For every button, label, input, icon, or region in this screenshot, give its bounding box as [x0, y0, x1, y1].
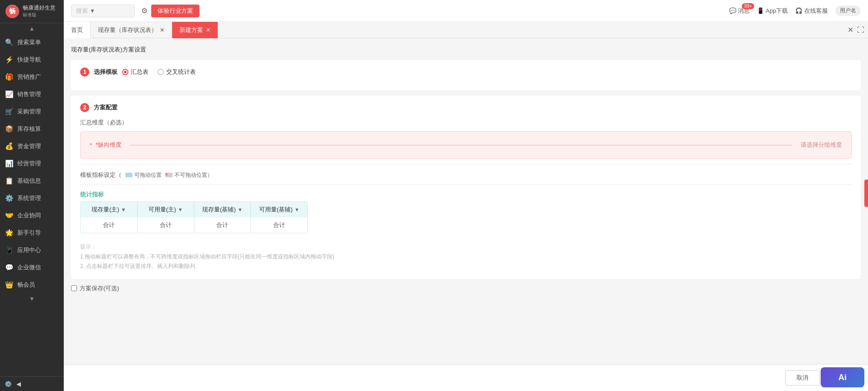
wechat-icon: 💬 — [5, 263, 14, 272]
sidebar-item-label: 快捷导航 — [17, 56, 41, 64]
sidebar-item-label: 营销推广 — [17, 73, 41, 81]
marketing-icon: 🎁 — [5, 72, 14, 82]
col-header-0[interactable]: 现存量(主) ▼ — [81, 202, 138, 217]
section1-num: 1 — [80, 67, 89, 77]
tips-section: 提示： 1.拖动标题栏可以调整布局，不可跨维度或指标区域拖动栏目字段(只能在同一… — [80, 242, 852, 272]
divider1 — [80, 164, 852, 165]
tab-expand-icon[interactable]: ⛶ — [857, 26, 864, 34]
sidebar-scroll-up[interactable]: ▲ — [0, 23, 64, 34]
dim-required-label: *纵向维度 — [96, 141, 122, 149]
section2-header: 2 方案配置 — [80, 103, 852, 112]
sidebar-item-marketing[interactable]: 🎁 营销推广 — [0, 68, 64, 86]
industry-btn[interactable]: 体验行业方案 — [151, 5, 199, 17]
drag-indicator-box — [125, 173, 133, 177]
radio-summary[interactable]: 汇总表 — [122, 68, 148, 76]
dim-line — [130, 145, 792, 145]
cancel-button[interactable]: 取消 — [785, 370, 820, 386]
no-drag-indicator-box — [165, 173, 173, 177]
sidebar-item-wechat[interactable]: 💬 企业微信 — [0, 259, 64, 276]
page-title: 现存量(库存状况表)方案设置 — [71, 46, 861, 54]
sidebar-scroll-down[interactable]: ▼ — [0, 293, 64, 304]
logo-icon: 畅 — [5, 5, 19, 18]
sidebar-item-newuser[interactable]: 🌟 新手引导 — [0, 224, 64, 242]
app-name: 畅康通好生意 — [23, 5, 56, 12]
sidebar-item-label: 资金管理 — [17, 142, 41, 150]
sidebar-item-member[interactable]: 👑 畅会员 — [0, 276, 64, 293]
quicknav-icon: ⚡ — [5, 55, 14, 64]
headset-icon: 🎧 — [795, 7, 802, 14]
topbar-right: 💬 消息 99+ 📱 App下载 🎧 在线客服 用户名 — [729, 5, 861, 16]
apps-icon: 📱 — [5, 246, 14, 255]
collab-icon: 🤝 — [5, 211, 14, 220]
message-btn[interactable]: 💬 消息 99+ — [729, 7, 750, 15]
topbar-search[interactable]: 搜索 ▼ — [71, 5, 135, 17]
newuser-icon: 🌟 — [5, 228, 14, 237]
sidebar-item-sales[interactable]: 📈 销售管理 — [0, 86, 64, 103]
dim-required-area[interactable]: * *纵向维度 请选择分组维度 — [80, 131, 852, 159]
sidebar-item-basic-info[interactable]: 📋 基础信息 — [0, 172, 64, 190]
sidebar-item-inventory[interactable]: 📦 库存核算 — [0, 120, 64, 138]
sidebar-item-purchase[interactable]: 🛒 采购管理 — [0, 103, 64, 120]
sidebar-item-label: 畅会员 — [17, 281, 35, 289]
app-version: 标准版 — [23, 12, 56, 18]
radio-cross[interactable]: 交叉统计表 — [158, 68, 196, 76]
tab-new-plan-close[interactable]: ✕ — [206, 27, 210, 33]
basic-info-icon: 📋 — [5, 176, 14, 185]
stats-label: 统计指标 — [80, 190, 852, 199]
sidebar-bottom: ⚙️ ◀ — [0, 376, 64, 391]
section2-num: 2 — [80, 103, 89, 112]
no-drag-indicator: 不可拖动位置） — [165, 171, 213, 179]
topbar-dropdown-icon: ▼ — [90, 8, 95, 14]
sidebar-item-label: 企业微信 — [17, 263, 41, 272]
radio-summary-label: 汇总表 — [131, 68, 148, 76]
tab-inventory-close[interactable]: ✕ — [160, 27, 164, 33]
sidebar-item-finance[interactable]: 💰 资金管理 — [0, 138, 64, 155]
sidebar-item-quicknav[interactable]: ⚡ 快捷导航 — [0, 51, 64, 68]
sidebar-item-search[interactable]: 🔍 搜索菜单 — [0, 34, 64, 51]
col-header-0-label: 现存量(主) — [92, 206, 119, 214]
purchase-icon: 🛒 — [5, 107, 14, 116]
ai-floating-button[interactable]: Ai — [821, 367, 864, 387]
required-star: * — [90, 142, 92, 149]
user-info[interactable]: 用户名 — [835, 5, 861, 16]
col-header-1[interactable]: 可用量(主) ▼ — [138, 202, 194, 217]
save-checkbox[interactable] — [71, 285, 77, 291]
tip-1: 1.拖动标题栏可以调整布局，不可跨维度或指标区域拖动栏目字段(只能在同一维度或指… — [80, 252, 852, 262]
tab-new-plan[interactable]: 新建方案 ✕ — [172, 22, 218, 38]
col-chevron-0: ▼ — [121, 207, 126, 212]
tab-inventory[interactable]: 现存量（库存状况表） ✕ — [91, 22, 172, 38]
sidebar-item-system[interactable]: ⚙️ 系统管理 — [0, 190, 64, 207]
sidebar-item-label: 销售管理 — [17, 90, 41, 98]
section2-title: 方案配置 — [94, 103, 117, 112]
right-edge-bar[interactable] — [864, 180, 868, 207]
sidebar-item-label: 企业协同 — [17, 211, 41, 220]
online-service-btn[interactable]: 🎧 在线客服 — [795, 7, 828, 15]
col-header-2[interactable]: 现存量(基辅) ▼ — [194, 202, 251, 217]
col-cell-0: 合计 — [81, 217, 138, 233]
operations-icon: 📊 — [5, 159, 14, 168]
toggle-icon[interactable]: ◀ — [16, 381, 21, 387]
sidebar-item-label: 应用中心 — [17, 246, 41, 254]
sidebar-item-operations[interactable]: 📊 经营管理 — [0, 155, 64, 172]
col-chevron-2: ▼ — [238, 207, 243, 212]
sidebar-item-apps[interactable]: 📱 应用中心 — [0, 242, 64, 259]
save-option-label: 方案保存(可选) — [80, 284, 119, 293]
tab-close-all-icon[interactable]: ✕ — [848, 26, 853, 34]
app-download-icon: 📱 — [757, 7, 764, 14]
settings-icon[interactable]: ⚙️ — [5, 381, 12, 387]
content-area: 现存量(库存状况表)方案设置 1 选择模板 汇总表 交叉统计表 — [64, 38, 868, 364]
dim-placeholder: 请选择分组维度 — [801, 141, 842, 149]
radio-cross-label: 交叉统计表 — [166, 68, 196, 76]
sidebar-item-label: 经营管理 — [17, 159, 41, 168]
col-cell-3: 合计 — [251, 217, 307, 233]
sidebar-item-collab[interactable]: 🤝 企业协同 — [0, 207, 64, 224]
tab-home[interactable]: 首页 — [64, 22, 91, 38]
template-radio-group: 汇总表 交叉统计表 — [122, 68, 196, 76]
app-download-btn[interactable]: 📱 App下载 — [757, 7, 788, 15]
sidebar-item-label: 采购管理 — [17, 108, 41, 116]
topbar-gear-icon[interactable]: ⚙ — [141, 6, 148, 15]
stats-table-body: 合计 合计 合计 合计 — [81, 217, 307, 233]
tab-inventory-label: 现存量（库存状况表） — [98, 26, 157, 34]
col-header-3[interactable]: 可用量(基辅) ▼ — [251, 202, 307, 217]
message-icon: 💬 — [729, 7, 736, 14]
